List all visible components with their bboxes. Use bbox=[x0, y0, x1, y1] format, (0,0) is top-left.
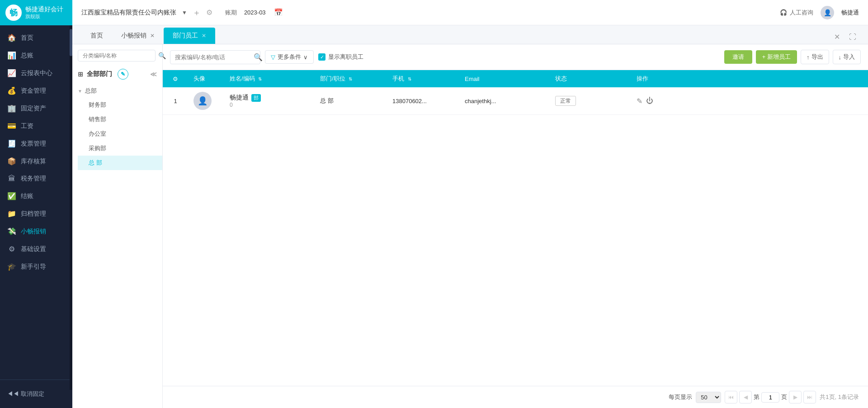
page-unit: 页 bbox=[781, 393, 787, 401]
inventory-icon: 📦 bbox=[7, 157, 16, 166]
username-label: 畅捷通 bbox=[841, 9, 859, 17]
tab-expense[interactable]: 小畅报销 ✕ bbox=[112, 28, 164, 44]
export-btn[interactable]: ↑ 导出 bbox=[801, 50, 829, 64]
col-avatar: 头像 bbox=[188, 70, 224, 87]
dept-procurement-label: 采购部 bbox=[89, 145, 106, 152]
col-actions: 操作 bbox=[631, 70, 868, 87]
add-employee-label: + 新增员工 bbox=[762, 53, 791, 61]
sidebar-item-expense-label: 小畅报销 bbox=[21, 228, 46, 236]
row-status-cell: 正常 bbox=[550, 87, 631, 115]
sidebar-item-guide[interactable]: 🎓 新手引导 bbox=[0, 258, 72, 275]
dept-collapse-btn[interactable]: ≪ bbox=[150, 71, 157, 78]
ledger-icon: 📊 bbox=[7, 51, 16, 60]
row-index: 1 bbox=[163, 87, 188, 115]
sidebar-item-closing[interactable]: ✅ 结账 bbox=[0, 187, 72, 205]
tab-dept-employee-close[interactable]: ✕ bbox=[202, 33, 206, 39]
fixed-assets-icon: 🏢 bbox=[7, 104, 16, 113]
action-logout-btn[interactable]: ⏻ bbox=[646, 97, 653, 105]
sidebar-item-tax[interactable]: 🏛 税务管理 bbox=[0, 170, 72, 187]
col-status: 状态 bbox=[550, 70, 631, 87]
employee-search-icon[interactable]: 🔍 bbox=[254, 53, 263, 62]
dept-search-icon[interactable]: 🔍 bbox=[158, 52, 166, 59]
filter-btn[interactable]: ▽ 更多条件 ∨ bbox=[265, 50, 314, 64]
sidebar-item-home-label: 首页 bbox=[21, 34, 33, 42]
dept-grid-icon: ⊞ bbox=[78, 71, 83, 78]
sidebar-item-cloud-report[interactable]: 📈 云报表中心 bbox=[0, 64, 72, 82]
col-phone-label: 手机 bbox=[392, 75, 404, 82]
page-first-btn[interactable]: ⏮ bbox=[725, 391, 737, 403]
tab-home[interactable]: 首页 bbox=[81, 28, 112, 44]
dept-item-general[interactable]: 总 部 bbox=[78, 156, 162, 170]
dept-group-label-headquarters[interactable]: ▼ 总部 bbox=[78, 84, 162, 98]
dept-item-office[interactable]: 办公室 bbox=[78, 127, 162, 141]
import-label: 导入 bbox=[843, 53, 855, 61]
support-label: 人工咨询 bbox=[790, 9, 813, 17]
col-phone[interactable]: 手机 ⇅ bbox=[387, 70, 459, 87]
action-edit-btn[interactable]: ✎ bbox=[637, 97, 642, 105]
dept-search-input[interactable] bbox=[78, 50, 156, 62]
company-name: 江西服宝精品有限责任公司内账张 bbox=[81, 9, 176, 17]
support-btn[interactable]: 🎧 人工咨询 bbox=[780, 9, 813, 17]
settings-icon: ⚙ bbox=[7, 245, 16, 253]
sidebar-item-tax-label: 税务管理 bbox=[21, 175, 46, 183]
tab-close-all-btn[interactable]: ✕ bbox=[831, 32, 843, 42]
invite-btn[interactable]: 邀请 bbox=[724, 50, 752, 64]
main-content: 江西服宝精品有限责任公司内账张 ▼ ＋ ⚙ 账期 2023-03 📅 🎧 人工咨… bbox=[72, 0, 868, 408]
col-settings[interactable]: ⚙ bbox=[163, 70, 188, 87]
sidebar-item-invoice[interactable]: 🧾 发票管理 bbox=[0, 135, 72, 152]
add-company-btn[interactable]: ＋ bbox=[193, 7, 201, 18]
tab-dept-employee[interactable]: 部门员工 ✕ bbox=[164, 28, 215, 44]
page-next-btn[interactable]: ▶ bbox=[789, 391, 802, 403]
dept-edit-btn[interactable]: ✎ bbox=[118, 69, 128, 80]
col-name[interactable]: 姓名/编码 ⇅ bbox=[224, 70, 315, 87]
sidebar-item-fixed-assets[interactable]: 🏢 固定资产 bbox=[0, 100, 72, 117]
page-input[interactable] bbox=[761, 392, 779, 403]
sidebar-item-salary[interactable]: 💳 工资 bbox=[0, 117, 72, 135]
right-panel: 🔍 ▽ 更多条件 ∨ ✓ 显示离职员工 邀请 + 新增员工 bbox=[163, 44, 868, 408]
sidebar-nav: 🏠 首页 📊 总账 📈 云报表中心 💰 资金管理 🏢 固定资产 💳 工资 🧾 发… bbox=[0, 25, 72, 380]
per-page-select[interactable]: 50 100 200 bbox=[696, 392, 721, 403]
tab-expense-label: 小畅报销 bbox=[121, 32, 146, 40]
col-status-label: 状态 bbox=[555, 75, 567, 82]
show-resigned-checkbox[interactable]: ✓ bbox=[318, 53, 326, 61]
sidebar-item-archive[interactable]: 📁 归档管理 bbox=[0, 205, 72, 223]
sidebar-item-invoice-label: 发票管理 bbox=[21, 140, 46, 148]
sidebar-item-cloud-report-label: 云报表中心 bbox=[21, 69, 52, 77]
col-dept[interactable]: 部门/职位 ⇅ bbox=[315, 70, 387, 87]
export-label: 导出 bbox=[811, 53, 823, 61]
closing-icon: ✅ bbox=[7, 192, 16, 200]
table-header-row: ⚙ 头像 姓名/编码 ⇅ 部门/职位 ⇅ bbox=[163, 70, 868, 87]
row-email-cell: chanjethkj... bbox=[459, 87, 550, 115]
dept-item-procurement[interactable]: 采购部 bbox=[78, 141, 162, 156]
dept-item-sales[interactable]: 销售部 bbox=[78, 112, 162, 127]
cancel-fixed-btn[interactable]: ◀◀ 取消固定 bbox=[0, 385, 72, 403]
sidebar-item-home[interactable]: 🏠 首页 bbox=[0, 29, 72, 47]
employee-status: 正常 bbox=[555, 96, 576, 106]
archive-icon: 📁 bbox=[7, 209, 16, 218]
col-email-label: Email bbox=[465, 76, 480, 82]
dept-total-label: 总部 bbox=[85, 87, 97, 95]
page-last-btn[interactable]: ⏭ bbox=[803, 391, 816, 403]
sidebar-item-expense[interactable]: 💸 小畅报销 bbox=[0, 223, 72, 240]
company-dropdown-btn[interactable]: ▼ bbox=[182, 9, 187, 16]
row-avatar-cell: 👤 bbox=[188, 87, 224, 115]
sidebar-item-closing-label: 结账 bbox=[21, 192, 33, 200]
filter-label: 更多条件 bbox=[278, 53, 301, 61]
dept-item-finance[interactable]: 财务部 bbox=[78, 98, 162, 112]
avatar-icon: 👤 bbox=[198, 96, 208, 106]
page-prev-btn[interactable]: ◀ bbox=[739, 391, 752, 403]
sidebar-item-inventory[interactable]: 📦 库存核算 bbox=[0, 152, 72, 170]
add-employee-btn[interactable]: + 新增员工 bbox=[756, 50, 797, 64]
dept-group-headquarters: ▼ 总部 财务部 销售部 办公室 采购部 bbox=[72, 84, 162, 170]
period-calendar-btn[interactable]: 📅 bbox=[274, 8, 283, 17]
tab-expense-close[interactable]: ✕ bbox=[150, 33, 155, 39]
sidebar-item-ledger[interactable]: 📊 总账 bbox=[0, 47, 72, 64]
employee-search-input[interactable] bbox=[175, 54, 251, 61]
import-btn[interactable]: ↓ 导入 bbox=[833, 50, 861, 64]
sidebar-item-settings[interactable]: ⚙ 基础设置 bbox=[0, 240, 72, 258]
cloud-report-icon: 📈 bbox=[7, 69, 16, 77]
per-page-label: 每页显示 bbox=[669, 393, 692, 401]
sidebar-item-capital[interactable]: 💰 资金管理 bbox=[0, 82, 72, 100]
settings-gear-btn[interactable]: ⚙ bbox=[206, 8, 212, 17]
tab-expand-btn[interactable]: ⛶ bbox=[846, 32, 859, 42]
